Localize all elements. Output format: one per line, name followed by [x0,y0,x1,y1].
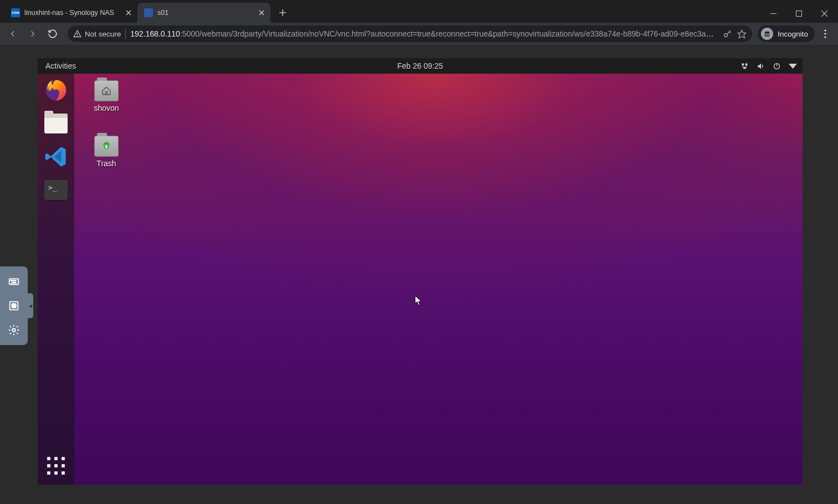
browser-titlebar: DSM linuxhint-nas - Synology NAS s01 [0,0,838,23]
security-label: Not secure [85,30,121,38]
svg-point-11 [77,35,78,36]
svg-rect-20 [9,279,19,284]
chevron-down-icon [789,62,797,70]
separator [125,29,126,39]
incognito-label: Incognito [778,30,808,38]
volume-icon [757,62,765,70]
key-icon[interactable] [722,29,732,39]
favicon-dsm-icon: DSM [11,8,20,17]
bookmark-star-icon[interactable] [737,29,747,39]
gnome-desktop[interactable]: >_ shovon [38,74,803,485]
svg-point-12 [724,33,728,37]
incognito-icon [761,28,773,40]
gnome-topbar: Activities Feb 26 09:25 [38,58,803,74]
svg-rect-29 [742,63,744,65]
desktop-icon-label: shovon [94,104,119,112]
svg-point-19 [824,36,826,38]
vscode-icon [44,145,68,168]
tab-active-vnc[interactable]: s01 [137,3,270,23]
svg-rect-30 [745,63,748,65]
svg-rect-21 [11,280,12,281]
power-icon [773,62,781,70]
incognito-indicator[interactable]: Incognito [758,25,815,42]
clock[interactable]: Feb 26 09:25 [397,61,443,70]
svg-marker-13 [738,30,745,38]
tab-title: s01 [157,9,253,17]
activities-button[interactable]: Activities [43,61,78,70]
terminal-icon: >_ [44,180,68,200]
svg-marker-37 [789,64,797,69]
page-viewport: Activities Feb 26 09:25 [0,45,838,504]
tab-close-button[interactable] [257,8,266,17]
window-minimize-button[interactable] [760,4,786,23]
novnc-keyboard-button[interactable] [3,270,25,292]
folder-home-icon [94,80,119,101]
svg-rect-22 [12,280,13,281]
novnc-panel-handle[interactable] [28,294,33,318]
tab-inactive-dsm[interactable]: DSM linuxhint-nas - Synology NAS [4,3,137,23]
system-tray[interactable] [740,62,797,70]
desktop-icon-label: Trash [96,159,116,168]
window-close-button[interactable] [811,4,837,23]
security-indicator[interactable]: Not secure [73,30,121,38]
svg-point-14 [765,34,767,36]
svg-rect-39 [106,92,108,95]
reload-button[interactable] [43,24,62,43]
novnc-extra-keys-button[interactable] [3,295,25,317]
forward-button[interactable] [23,24,42,43]
remote-cursor-icon [415,295,422,306]
svg-rect-27 [12,304,16,307]
svg-point-17 [824,29,826,31]
window-controls [760,4,838,23]
browser-toolbar: Not secure 192.168.0.110:5000/webman/3rd… [0,23,838,45]
files-icon [44,114,68,133]
new-tab-button[interactable] [275,5,290,20]
desktop-icon-area: shovon Trash [74,74,129,485]
warning-icon [73,30,81,38]
novnc-settings-button[interactable] [3,319,25,341]
desktop-icon-home[interactable]: shovon [84,80,129,112]
dock-terminal[interactable]: >_ [43,177,69,203]
tab-close-button[interactable] [124,8,133,17]
gnome-dock: >_ [38,74,74,485]
desktop-icon-trash[interactable]: Trash [84,136,129,168]
back-button[interactable] [3,24,22,43]
svg-rect-23 [14,280,14,281]
favicon-vnc-icon [144,8,153,17]
show-applications-button[interactable] [45,455,67,477]
svg-point-28 [12,328,16,332]
browser-menu-button[interactable] [816,24,835,43]
svg-point-18 [824,33,826,34]
novnc-control-panel [0,266,28,345]
address-bar[interactable]: Not secure 192.168.0.110:5000/webman/3rd… [68,25,752,42]
dock-vscode[interactable] [43,143,69,170]
svg-rect-7 [796,11,801,16]
window-maximize-button[interactable] [786,4,811,23]
dock-firefox[interactable] [43,77,69,104]
svg-rect-25 [12,282,16,283]
dock-files[interactable] [43,110,69,137]
vnc-display[interactable]: Activities Feb 26 09:25 [38,58,803,485]
folder-trash-icon [94,136,119,157]
svg-point-15 [768,34,770,36]
tab-title: linuxhint-nas - Synology NAS [24,9,120,17]
url-text: 192.168.0.110:5000/webman/3rdparty/Virtu… [130,29,718,38]
firefox-icon [44,79,68,102]
network-icon [740,62,749,70]
svg-rect-24 [16,280,16,281]
